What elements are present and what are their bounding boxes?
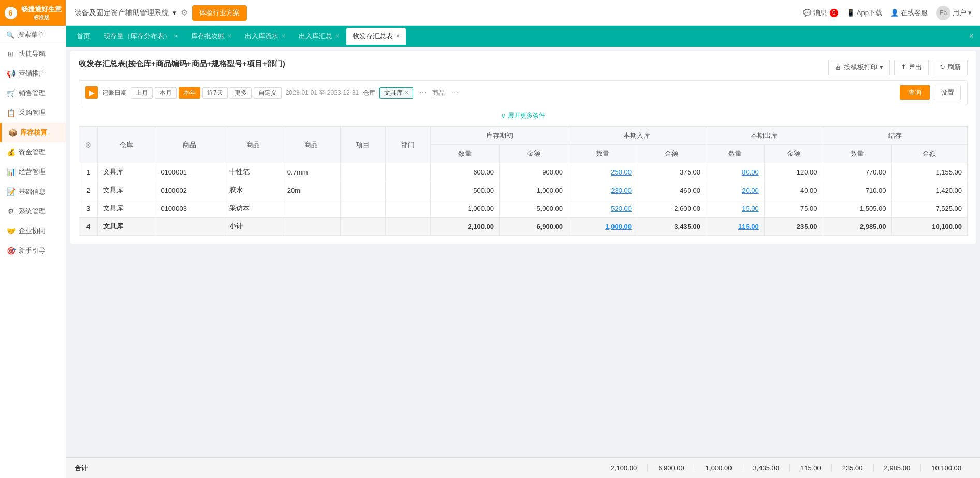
tab-recv-send-close[interactable]: × <box>396 33 400 40</box>
goods-filter-label: 商品 <box>432 89 445 97</box>
table-row: 4文具库小计2,100.006,900.001,000.003,435.0011… <box>79 218 968 236</box>
date-filter-label: 记账日期 <box>102 89 127 97</box>
tab-recv-send[interactable]: 收发存汇总表 × <box>346 28 406 45</box>
sidebar-item-basic-info[interactable]: 📝 基础信息 <box>0 182 66 201</box>
row-num: 3 <box>79 199 98 218</box>
tab-inout-summary-close[interactable]: × <box>335 33 339 40</box>
sidebar-item-inventory[interactable]: 📦 库存核算 <box>0 123 66 142</box>
row-in-qty-link[interactable]: 520.00 <box>611 205 632 212</box>
settings-gear-icon[interactable]: ⚙ <box>181 8 188 18</box>
warehouse-filter-more[interactable]: ··· <box>417 88 428 97</box>
tab-stock-dist[interactable]: 现存量（库存分布表） × <box>97 28 184 45</box>
row-in-amt: 375.00 <box>637 163 706 181</box>
print-button[interactable]: 🖨 按模板打印 ▾ <box>828 60 890 75</box>
filter-expand-button[interactable]: ▶ <box>85 86 98 99</box>
row-close-qty: 1,505.00 <box>823 199 891 218</box>
tab-batch[interactable]: 库存批次账 × <box>185 28 238 45</box>
row-out-qty[interactable]: 115.00 <box>706 218 764 236</box>
row-warehouse: 文具库 <box>98 218 155 236</box>
row-in-amt: 3,435.00 <box>637 218 706 236</box>
date-btn-last-month[interactable]: 上月 <box>131 87 153 99</box>
date-btn-7days[interactable]: 近7天 <box>202 87 228 99</box>
sidebar-item-finance[interactable]: 💰 资金管理 <box>0 142 66 162</box>
sidebar-item-label: 经营管理 <box>19 167 46 177</box>
row-out-qty-link[interactable]: 20.00 <box>742 186 759 194</box>
query-button[interactable]: 查询 <box>900 85 930 100</box>
chevron-down-icon: ∨ <box>501 112 506 120</box>
sidebar-item-sales[interactable]: 🛒 销售管理 <box>0 83 66 103</box>
online-service-button[interactable]: 👤 在线客服 <box>890 8 928 18</box>
row-out-qty-link[interactable]: 115.00 <box>738 223 759 230</box>
sidebar-item-system[interactable]: ⚙ 系统管理 <box>0 201 66 221</box>
row-out-qty[interactable]: 20.00 <box>706 181 764 199</box>
message-button[interactable]: 💬 消息 6 <box>803 8 838 18</box>
search-menu[interactable]: 🔍 搜索菜单 <box>0 26 66 44</box>
row-in-qty-link[interactable]: 1,000.00 <box>605 223 632 230</box>
footer-close-qty: 2,985.00 <box>874 464 922 472</box>
th-out-qty: 数量 <box>706 145 764 163</box>
sidebar-item-operations[interactable]: 📊 经营管理 <box>0 162 66 182</box>
sidebar-item-label: 销售管理 <box>19 89 46 98</box>
sidebar-item-guide[interactable]: 🎯 新手引导 <box>0 241 66 260</box>
refresh-button[interactable]: ↻ 刷新 <box>933 60 968 75</box>
table-settings-icon[interactable]: ⚙ <box>85 141 92 149</box>
app-download-button[interactable]: 📱 App下载 <box>846 8 882 18</box>
table-row: 1文具库0100001中性笔0.7mm600.00900.00250.00375… <box>79 163 968 181</box>
row-warehouse: 文具库 <box>98 163 155 181</box>
row-out-qty-link[interactable]: 80.00 <box>742 168 759 176</box>
tab-inout-flow-close[interactable]: × <box>282 33 285 40</box>
message-icon: 💬 <box>803 9 811 17</box>
date-btn-this-year[interactable]: 本年 <box>179 87 200 99</box>
purchase-icon: 📋 <box>6 109 16 117</box>
row-in-qty[interactable]: 1,000.00 <box>568 218 637 236</box>
date-btn-this-month[interactable]: 本月 <box>155 87 177 99</box>
row-out-qty[interactable]: 80.00 <box>706 163 764 181</box>
tab-batch-close[interactable]: × <box>228 33 231 40</box>
system-title: 装备及固定资产辅助管理系统 <box>75 8 169 18</box>
header-dropdown[interactable]: ▾ <box>173 9 177 17</box>
th-warehouse: 仓库 <box>98 127 155 163</box>
date-btn-more[interactable]: 更多 <box>230 87 252 99</box>
row-in-qty[interactable]: 520.00 <box>568 199 637 218</box>
row-in-qty[interactable]: 230.00 <box>568 181 637 199</box>
row-out-qty-link[interactable]: 15.00 <box>742 205 759 212</box>
th-opening: 库存期初 <box>431 127 568 145</box>
row-in-amt: 460.00 <box>637 181 706 199</box>
settings-button[interactable]: 设置 <box>934 85 961 100</box>
sidebar-item-marketing[interactable]: 📢 营销推广 <box>0 64 66 83</box>
date-options: 上月 本月 本年 近7天 更多 自定义 <box>131 87 282 99</box>
warehouse-tag[interactable]: 文具库 × <box>379 87 413 99</box>
tab-inout-summary[interactable]: 出入库汇总 × <box>292 28 345 45</box>
trial-button[interactable]: 体验行业方案 <box>192 5 247 21</box>
row-dept <box>385 181 430 199</box>
sidebar-item-purchase[interactable]: 📋 采购管理 <box>0 103 66 123</box>
date-btn-custom[interactable]: 自定义 <box>254 87 282 99</box>
export-button[interactable]: ⬆ 导出 <box>894 60 929 75</box>
tab-stock-dist-close[interactable]: × <box>174 33 178 40</box>
row-code: 0100003 <box>155 199 224 218</box>
row-spec <box>282 218 340 236</box>
footer-out-qty: 115.00 <box>790 464 832 472</box>
close-all-tabs[interactable]: × <box>967 30 976 43</box>
quick-nav-icon: ⊞ <box>6 50 16 58</box>
row-out-qty[interactable]: 15.00 <box>706 199 764 218</box>
sidebar-item-enterprise[interactable]: 🤝 企业协同 <box>0 221 66 241</box>
tab-inout-flow[interactable]: 出入库流水 × <box>239 28 291 45</box>
user-menu[interactable]: Ea 用户 ▾ <box>936 6 972 20</box>
warehouse-tag-remove[interactable]: × <box>405 89 408 96</box>
sidebar-item-label: 营销推广 <box>19 69 46 78</box>
row-name: 小计 <box>224 218 282 236</box>
row-in-qty[interactable]: 250.00 <box>568 163 637 181</box>
footer-close-amt: 10,100.00 <box>921 464 972 472</box>
row-in-qty-link[interactable]: 250.00 <box>611 168 632 176</box>
user-dropdown-icon: ▾ <box>968 9 972 17</box>
header: 装备及固定资产辅助管理系统 ▾ ⚙ 体验行业方案 💬 消息 6 📱 App下载 … <box>66 0 980 26</box>
expand-more-conditions[interactable]: ∨ 展开更多条件 <box>79 109 968 122</box>
tab-home[interactable]: 首页 <box>70 28 96 45</box>
goods-filter-more[interactable]: ··· <box>449 88 460 97</box>
row-in-qty-link[interactable]: 230.00 <box>611 186 632 194</box>
sidebar-item-quick-nav[interactable]: ⊞ 快捷导航 <box>0 44 66 64</box>
logo-icon: 6 <box>5 7 17 19</box>
row-close-amt: 1,155.00 <box>891 163 967 181</box>
dropdown-arrow: ▾ <box>173 9 177 17</box>
